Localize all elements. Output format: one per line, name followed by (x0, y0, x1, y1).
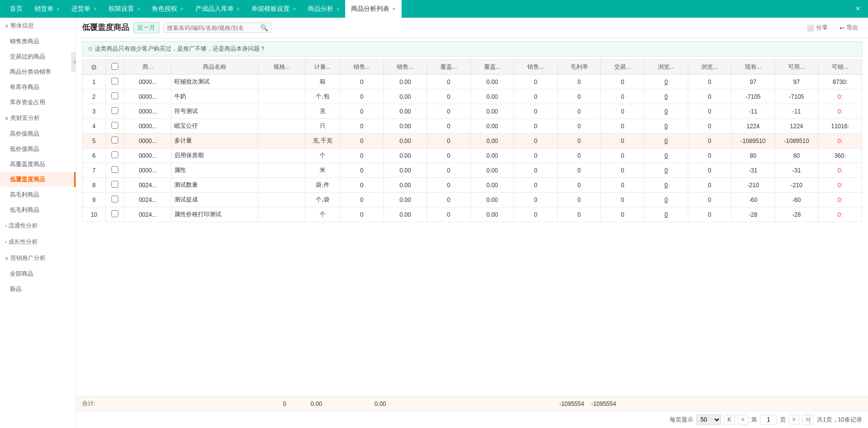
row-select-checkbox[interactable] (111, 92, 118, 99)
sidebar-section-circulation[interactable]: › 流通性分析 (0, 218, 76, 234)
search-box[interactable]: 🔍 (163, 23, 271, 33)
tab-product-analysis[interactable]: 商品分析 × (302, 0, 345, 18)
row-sales2: 0.00 (383, 89, 427, 104)
row-browse1[interactable]: 0 (644, 134, 688, 148)
sidebar-item-high-profit[interactable]: 高毛利商品 (0, 187, 76, 202)
sidebar-item-high-coverage[interactable]: 高覆盖度商品 (0, 157, 76, 172)
table-row: 20000...牛奶个,包00.0000.0000000-7105-71050: (82, 89, 862, 104)
row-select-checkbox[interactable] (111, 107, 118, 114)
row-select-checkbox[interactable] (111, 181, 118, 188)
first-page-button[interactable]: K (724, 415, 735, 425)
row-browse1[interactable]: 0 (644, 119, 688, 134)
tab-purchase-order[interactable]: 进货单 × (65, 0, 102, 18)
row-cover1: 0 (427, 119, 471, 134)
row-select-checkbox[interactable] (111, 122, 118, 129)
row-select-checkbox[interactable] (111, 137, 118, 143)
row-select-checkbox[interactable] (111, 166, 118, 173)
th-checkbox[interactable] (106, 60, 124, 75)
row-browse1[interactable]: 0 (644, 148, 688, 163)
row-checkbox[interactable] (106, 178, 124, 193)
settings-icon[interactable]: ⚙ (91, 63, 97, 71)
th-settings[interactable]: ⚙ (82, 60, 106, 75)
sidebar-item-sales-goods[interactable]: 销售类商品 (0, 34, 76, 49)
row-browse1[interactable]: 0 (644, 193, 688, 207)
close-icon[interactable]: × (336, 6, 339, 12)
prev-page-button[interactable]: < (738, 415, 748, 425)
tab-template-settings[interactable]: 单据模板设置 × (245, 0, 301, 18)
sidebar-item-new-goods[interactable]: 新品 (0, 282, 76, 297)
close-icon[interactable]: × (392, 6, 395, 12)
window-close-button[interactable]: × (852, 4, 864, 13)
th-sales3: 销售... (514, 60, 558, 75)
tab-sales-order[interactable]: 销货单 × (28, 0, 65, 18)
row-code: 0000... (124, 163, 171, 178)
row-checkbox[interactable] (106, 207, 124, 222)
row-unit: 个 (305, 148, 340, 163)
sidebar-item-low-coverage[interactable]: 低覆盖度商品 (0, 172, 76, 187)
tab-product-inbound[interactable]: 产成品入库单 × (190, 0, 245, 18)
close-icon[interactable]: × (93, 6, 96, 12)
select-all-checkbox[interactable] (111, 63, 118, 70)
sidebar-item-stocked-goods[interactable]: 有库存商品 (0, 80, 76, 95)
sidebar-item-low-profit[interactable]: 低毛利商品 (0, 202, 76, 218)
row-browse1[interactable]: 0 (644, 163, 688, 178)
row-select-checkbox[interactable] (111, 196, 118, 202)
row-checkbox[interactable] (106, 104, 124, 119)
sidebar-item-inventory-capital[interactable]: 库存资金占用 (0, 95, 76, 110)
row-name: 属性 (171, 163, 258, 178)
page-size-select[interactable]: 50 10 20 100 (696, 414, 721, 425)
sidebar-item-category-rate[interactable]: 商品分类动销率 (0, 64, 76, 80)
row-browse1[interactable]: 0 (644, 104, 688, 119)
tab-role-auth[interactable]: 角色授权 × (146, 0, 189, 18)
row-profit: 0 (557, 104, 601, 119)
sidebar-item-low-value[interactable]: 低价值商品 (0, 142, 76, 157)
row-checkbox[interactable] (106, 89, 124, 104)
row-checkbox[interactable] (106, 193, 124, 207)
page-of-label: 页 (780, 416, 786, 424)
close-icon[interactable]: × (237, 6, 240, 12)
row-select-checkbox[interactable] (111, 78, 118, 85)
sidebar-item-traded-goods[interactable]: 交易过的商品 (0, 49, 76, 64)
row-browse1[interactable]: 0 (644, 89, 688, 104)
row-checkbox[interactable] (106, 134, 124, 148)
tab-product-analysis-list[interactable]: 商品分析列表 × (345, 0, 401, 18)
tab-permission-settings[interactable]: 权限设置 × (103, 0, 146, 18)
sidebar-item-all-goods[interactable]: 全部商品 (0, 266, 76, 282)
sidebar-section-growth[interactable]: › 成长性分析 (0, 234, 76, 250)
sidebar-section-wealth[interactable]: ∨ 类财富分析 (0, 110, 76, 126)
row-browse1[interactable]: 0 (644, 207, 688, 222)
row-browse1[interactable]: 0 (644, 75, 688, 89)
row-sales1: 0 (340, 178, 384, 193)
close-icon[interactable]: × (56, 6, 59, 12)
row-profit: 0 (557, 89, 601, 104)
row-checkbox[interactable] (106, 75, 124, 89)
last-page-button[interactable]: >| (802, 415, 814, 425)
table-row: 80024...测试数量袋,件00.0000.0000000-210-2100: (82, 178, 862, 193)
row-checkbox[interactable] (106, 119, 124, 134)
row-sales2: 0.00 (383, 119, 427, 134)
tab-home[interactable]: 首页 (4, 0, 28, 18)
row-cover2: 0.00 (470, 207, 514, 222)
close-icon[interactable]: × (180, 6, 183, 12)
table-container[interactable]: ⚙ 商... 商品名称 规格... 计量... 销售... 销售... 覆盖..… (76, 59, 868, 396)
row-select-checkbox[interactable] (111, 210, 118, 217)
search-icon[interactable]: 🔍 (260, 24, 268, 31)
close-icon[interactable]: × (137, 6, 140, 12)
row-browse1[interactable]: 0 (644, 178, 688, 193)
page-input[interactable] (760, 415, 777, 425)
share-button[interactable]: ⬜ 分享 (803, 22, 832, 34)
row-checkbox[interactable] (106, 163, 124, 178)
row-checkbox[interactable] (106, 148, 124, 163)
sidebar-collapse-button[interactable]: « (71, 52, 76, 72)
export-button[interactable]: ↩ 导出 (836, 22, 862, 34)
next-page-button[interactable]: > (789, 415, 799, 425)
th-name: 商品名称 (171, 60, 258, 75)
search-input[interactable] (167, 25, 260, 31)
date-filter-button[interactable]: 近一月 (133, 22, 160, 33)
sidebar-item-high-value[interactable]: 高价值商品 (0, 126, 76, 142)
row-available: 80 (775, 148, 818, 163)
sidebar-section-marketing[interactable]: ∨ 营销推广分析 (0, 250, 76, 266)
sidebar-section-overall[interactable]: ∨ 整体信息 (0, 18, 76, 34)
close-icon[interactable]: × (293, 6, 296, 12)
row-select-checkbox[interactable] (111, 151, 118, 158)
